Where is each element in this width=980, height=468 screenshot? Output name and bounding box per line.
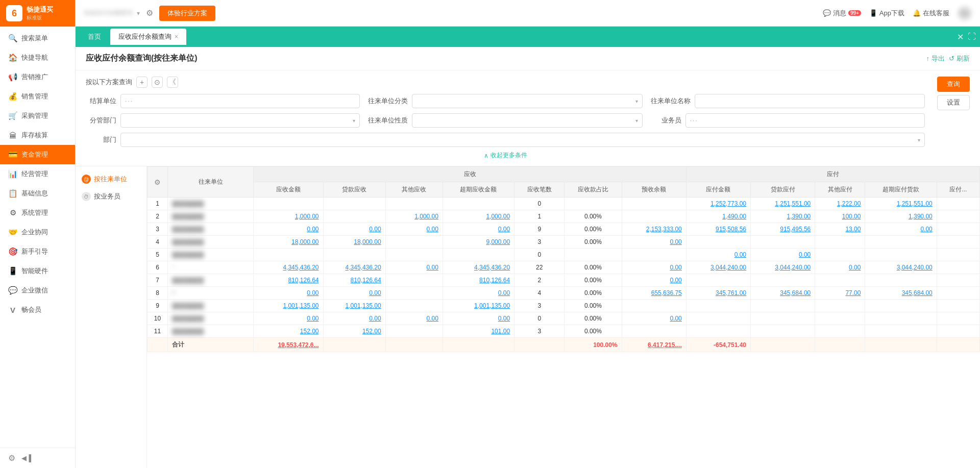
cell-link[interactable]: 345,761.00: [686, 287, 750, 300]
collapse-sidebar-icon[interactable]: ◀▐: [21, 454, 31, 462]
cell-link[interactable]: 0.00: [323, 287, 385, 300]
cell-link[interactable]: 0.00: [443, 287, 514, 300]
cell-link[interactable]: 1,222.00: [815, 198, 865, 210]
cell-link[interactable]: 0.00: [865, 223, 937, 236]
left-panel-by-salesperson[interactable]: ⏱ 按业务员: [76, 188, 146, 205]
cell-link[interactable]: 1,001,135.00: [254, 300, 323, 312]
tab-receivable[interactable]: 应收应付余额查询 ×: [110, 29, 186, 45]
cell-link[interactable]: 0.00: [622, 236, 686, 249]
cell-link[interactable]: 4,345,436.20: [443, 261, 514, 274]
cell-link[interactable]: 18,000.00: [254, 236, 323, 249]
cell-link[interactable]: 1,390.00: [751, 210, 815, 223]
sidebar-item-basic[interactable]: 📋 基础信息: [0, 184, 75, 203]
sidebar-item-member[interactable]: V 畅会员: [0, 300, 75, 319]
cell-link[interactable]: 100.00: [815, 210, 865, 223]
cell-link[interactable]: 345,684.00: [751, 287, 815, 300]
breadcrumb-chevron-icon[interactable]: ▾: [137, 10, 140, 17]
cell-link[interactable]: 1,251,551.00: [865, 198, 937, 210]
sidebar-item-search[interactable]: 🔍 搜索菜单: [0, 29, 75, 48]
settlement-input[interactable]: ···: [120, 94, 360, 108]
cell-link[interactable]: 0.00: [686, 249, 750, 261]
filter-collapse-btn[interactable]: 《: [167, 77, 178, 88]
cell-link[interactable]: 9,000.00: [443, 236, 514, 249]
cell-link[interactable]: 1,001,135.00: [323, 300, 385, 312]
settings-footer-icon[interactable]: ⚙: [8, 453, 15, 463]
table-settings-icon[interactable]: ⚙: [154, 178, 161, 186]
avatar[interactable]: Rit: [958, 6, 972, 20]
cell-link[interactable]: 1,251,551.00: [751, 198, 815, 210]
topbar-gear-icon[interactable]: ⚙: [144, 6, 155, 20]
cell-link[interactable]: 101.00: [443, 325, 514, 338]
cell-link[interactable]: 152.00: [254, 325, 323, 338]
footer-prepayment-balance[interactable]: 6,417,215....: [622, 338, 686, 352]
collapse-more-btn[interactable]: ∧ 收起更多条件: [484, 151, 527, 160]
cell-link[interactable]: 1,390.00: [865, 210, 937, 223]
cell-link[interactable]: 18,000.00: [323, 236, 385, 249]
cell-link[interactable]: 0.00: [622, 261, 686, 274]
tab-close-icon[interactable]: ×: [175, 33, 178, 40]
online-service-item[interactable]: 🔔 在线客服: [913, 9, 949, 18]
cell-link[interactable]: 1,252,773.00: [686, 198, 750, 210]
cell-link[interactable]: 3,044,240.00: [686, 261, 750, 274]
sidebar-item-guide[interactable]: 🎯 新手引导: [0, 242, 75, 261]
tab-home[interactable]: 首页: [80, 29, 109, 45]
sidebar-item-purchase[interactable]: 🛒 采购管理: [0, 106, 75, 126]
cell-link[interactable]: 0.00: [254, 312, 323, 325]
query-btn[interactable]: 查询: [937, 77, 970, 92]
footer-receivable-amount[interactable]: 19,553,472,6...: [254, 338, 323, 352]
cell-link[interactable]: 0.00: [385, 312, 443, 325]
cell-link[interactable]: 1,000.00: [443, 210, 514, 223]
cell-link[interactable]: 0.00: [815, 261, 865, 274]
cell-link[interactable]: 152.00: [323, 325, 385, 338]
sidebar-item-hardware[interactable]: 📱 智能硬件: [0, 261, 75, 281]
cell-link[interactable]: 4,345,436.20: [323, 261, 385, 274]
cell-link[interactable]: 3,044,240.00: [751, 261, 815, 274]
cell-link[interactable]: 0.00: [385, 223, 443, 236]
trial-btn[interactable]: 体验行业方案: [159, 6, 215, 21]
expand-window-icon[interactable]: ⛶: [968, 32, 976, 42]
cell-link[interactable]: 345,684.00: [865, 287, 937, 300]
sidebar-item-inventory[interactable]: 🏛 库存核算: [0, 126, 75, 145]
sidebar-item-sales[interactable]: 💰 销售管理: [0, 87, 75, 106]
cell-link[interactable]: 810,126.64: [323, 274, 385, 287]
partner-category-input[interactable]: ▾: [412, 94, 642, 108]
cell-link[interactable]: 1,000.00: [385, 210, 443, 223]
cell-link[interactable]: 4,345,436.20: [254, 261, 323, 274]
cell-link[interactable]: 655,636.75: [622, 287, 686, 300]
cell-link[interactable]: 915,495.56: [751, 223, 815, 236]
cell-link[interactable]: 0.00: [751, 249, 815, 261]
cell-link[interactable]: 1,001,135.00: [443, 300, 514, 312]
cell-link[interactable]: 0.00: [385, 261, 443, 274]
export-btn[interactable]: ↑ 导出: [926, 54, 945, 63]
message-item[interactable]: 💬 消息 99+: [823, 9, 861, 18]
cell-link[interactable]: 810,126.64: [443, 274, 514, 287]
dept-manager-input[interactable]: ▾: [120, 113, 360, 128]
cell-link[interactable]: 0.00: [622, 312, 686, 325]
setting-btn[interactable]: 设置: [937, 95, 970, 110]
sidebar-item-corp[interactable]: 🤝 企业协同: [0, 223, 75, 242]
cell-link[interactable]: 915,508.56: [686, 223, 750, 236]
filter-add-btn[interactable]: +: [136, 77, 148, 88]
left-panel-by-partner[interactable]: @ 按往来单位: [76, 170, 146, 188]
filter-settings-btn[interactable]: ⊙: [152, 77, 163, 88]
close-window-icon[interactable]: ✕: [957, 32, 964, 42]
sidebar-item-wechat[interactable]: 💬 企业微信: [0, 281, 75, 300]
salesperson-input[interactable]: ···: [685, 113, 925, 128]
partner-nature-input[interactable]: ▾: [412, 113, 642, 128]
sidebar-item-nav[interactable]: 🏠 快捷导航: [0, 48, 75, 67]
cell-link[interactable]: 0.00: [443, 223, 514, 236]
dept-input[interactable]: ▾: [120, 133, 925, 147]
partner-name-input[interactable]: [695, 94, 925, 108]
cell-link[interactable]: 1,000.00: [254, 210, 323, 223]
cell-link[interactable]: 0.00: [443, 312, 514, 325]
cell-link[interactable]: 2,153,333.00: [622, 223, 686, 236]
cell-link[interactable]: 0.00: [254, 223, 323, 236]
cell-link[interactable]: 13.00: [815, 223, 865, 236]
cell-link[interactable]: 810,126.64: [254, 274, 323, 287]
cell-link[interactable]: 77.00: [815, 287, 865, 300]
cell-link[interactable]: 0.00: [323, 312, 385, 325]
cell-link[interactable]: 0.00: [622, 274, 686, 287]
sidebar-item-marketing[interactable]: 📢 营销推广: [0, 67, 75, 87]
cell-link[interactable]: 0.00: [254, 287, 323, 300]
sidebar-item-system[interactable]: ⚙ 系统管理: [0, 203, 75, 223]
